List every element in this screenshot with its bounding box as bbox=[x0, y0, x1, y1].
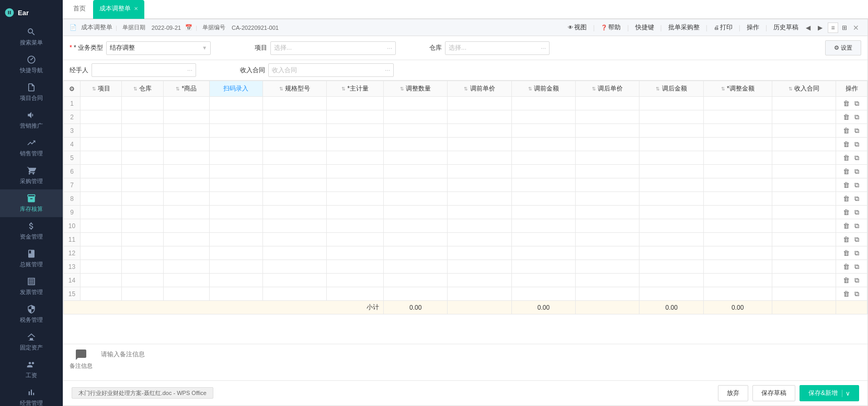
business-type-select[interactable]: 结存调整 ▼ bbox=[106, 41, 211, 55]
row-6-warehouse[interactable] bbox=[122, 165, 163, 178]
row-3-delete-icon[interactable]: 🗑 bbox=[842, 127, 851, 135]
row-13-after-price[interactable] bbox=[576, 260, 639, 274]
row-9-scan[interactable] bbox=[209, 206, 262, 219]
sort-before-price-icon[interactable]: ⇅ bbox=[464, 86, 468, 92]
row-3-warehouse[interactable] bbox=[122, 124, 163, 138]
row-8-delete-icon[interactable]: 🗑 bbox=[842, 195, 851, 203]
sort-adj-amount-icon[interactable]: ⇅ bbox=[721, 86, 725, 92]
row-2-income-contract[interactable] bbox=[772, 110, 836, 124]
save-draft-button[interactable]: 保存草稿 bbox=[752, 385, 795, 401]
row-13-adj-qty[interactable] bbox=[384, 260, 448, 274]
row-9-after-amount[interactable] bbox=[639, 206, 703, 219]
notes-input[interactable] bbox=[99, 348, 861, 360]
sort-spec-icon[interactable]: ⇅ bbox=[279, 86, 283, 92]
row-1-spec[interactable] bbox=[262, 97, 326, 110]
row-9-adj-qty[interactable] bbox=[384, 206, 448, 219]
row-1-adj-amount[interactable] bbox=[703, 97, 772, 110]
row-4-adj-amount[interactable] bbox=[703, 138, 772, 151]
row-5-delete-icon[interactable]: 🗑 bbox=[842, 154, 851, 162]
row-14-before-price[interactable] bbox=[448, 274, 511, 287]
row-7-after-price[interactable] bbox=[576, 178, 639, 192]
batch-adjust-btn[interactable]: 批单采购整 bbox=[666, 22, 702, 33]
sort-product-icon[interactable]: ⇅ bbox=[176, 86, 180, 92]
row-1-project[interactable] bbox=[81, 97, 122, 110]
sidebar-item-finance-mgmt[interactable]: 资金管理 bbox=[0, 217, 63, 245]
row-10-copy-icon[interactable]: ⧉ bbox=[853, 222, 861, 230]
row-6-scan[interactable] bbox=[209, 165, 262, 178]
row-1-adj-qty[interactable] bbox=[384, 97, 448, 110]
row-13-scan[interactable] bbox=[209, 260, 262, 274]
row-10-income-contract[interactable] bbox=[772, 219, 836, 233]
row-12-after-price[interactable] bbox=[576, 246, 639, 260]
sort-warehouse-icon[interactable]: ⇅ bbox=[133, 86, 138, 92]
row-14-after-price[interactable] bbox=[576, 274, 639, 287]
row-10-after-price[interactable] bbox=[576, 219, 639, 233]
sidebar-item-tax-mgmt[interactable]: 税务管理 bbox=[0, 300, 63, 328]
row-1-before-price[interactable] bbox=[448, 97, 511, 110]
row-13-income-contract[interactable] bbox=[772, 260, 836, 274]
row-12-after-amount[interactable] bbox=[639, 246, 703, 260]
row-4-before-price[interactable] bbox=[448, 138, 511, 151]
row-11-project[interactable] bbox=[81, 233, 122, 246]
sidebar-item-sales-mgmt[interactable]: 销售管理 bbox=[0, 134, 63, 162]
row-3-adj-amount[interactable] bbox=[703, 124, 772, 138]
row-6-before-amount[interactable] bbox=[511, 165, 575, 178]
row-12-scan[interactable] bbox=[209, 246, 262, 260]
row-4-scan[interactable] bbox=[209, 138, 262, 151]
save-new-button[interactable]: 保存&新增 ∨ bbox=[800, 385, 859, 401]
row-7-project[interactable] bbox=[81, 178, 122, 192]
row-7-before-price[interactable] bbox=[448, 178, 511, 192]
row-11-after-price[interactable] bbox=[576, 233, 639, 246]
row-14-adj-qty[interactable] bbox=[384, 274, 448, 287]
row-9-spec[interactable] bbox=[262, 206, 326, 219]
row-15-spec[interactable] bbox=[262, 287, 326, 301]
row-5-after-price[interactable] bbox=[576, 151, 639, 165]
row-4-after-price[interactable] bbox=[576, 138, 639, 151]
row-8-scan[interactable] bbox=[209, 192, 262, 206]
sort-before-amount-icon[interactable]: ⇅ bbox=[528, 86, 532, 92]
history-btn[interactable]: 历史草稿 bbox=[771, 22, 801, 33]
row-11-copy-icon[interactable]: ⧉ bbox=[853, 235, 861, 244]
col-settings-icon[interactable]: ⚙ bbox=[69, 85, 75, 93]
row-3-scan[interactable] bbox=[209, 124, 262, 138]
row-5-before-price[interactable] bbox=[448, 151, 511, 165]
row-11-delete-icon[interactable]: 🗑 bbox=[842, 235, 851, 244]
row-13-copy-icon[interactable]: ⧉ bbox=[853, 263, 861, 271]
row-5-after-amount[interactable] bbox=[639, 151, 703, 165]
row-8-income-contract[interactable] bbox=[772, 192, 836, 206]
row-11-unit[interactable] bbox=[326, 233, 383, 246]
row-14-copy-icon[interactable]: ⧉ bbox=[853, 276, 861, 285]
row-1-warehouse[interactable] bbox=[122, 97, 163, 110]
row-5-adj-qty[interactable] bbox=[384, 151, 448, 165]
calendar-icon[interactable]: 📅 bbox=[185, 24, 192, 31]
row-2-adj-qty[interactable] bbox=[384, 110, 448, 124]
row-15-delete-icon[interactable]: 🗑 bbox=[842, 290, 851, 298]
row-5-income-contract[interactable] bbox=[772, 151, 836, 165]
row-6-project[interactable] bbox=[81, 165, 122, 178]
row-9-unit[interactable] bbox=[326, 206, 383, 219]
row-1-before-amount[interactable] bbox=[511, 97, 575, 110]
row-10-scan[interactable] bbox=[209, 219, 262, 233]
income-contract-select[interactable]: 收入合同 ··· bbox=[268, 63, 394, 77]
row-13-warehouse[interactable] bbox=[122, 260, 163, 274]
row-8-project[interactable] bbox=[81, 192, 122, 206]
row-13-spec[interactable] bbox=[262, 260, 326, 274]
next-arrow[interactable]: ▶ bbox=[816, 23, 825, 32]
row-9-after-price[interactable] bbox=[576, 206, 639, 219]
row-8-adj-qty[interactable] bbox=[384, 192, 448, 206]
row-6-product[interactable] bbox=[163, 165, 209, 178]
row-11-income-contract[interactable] bbox=[772, 233, 836, 246]
row-2-adj-amount[interactable] bbox=[703, 110, 772, 124]
row-6-spec[interactable] bbox=[262, 165, 326, 178]
row-2-project[interactable] bbox=[81, 110, 122, 124]
row-3-before-price[interactable] bbox=[448, 124, 511, 138]
row-10-delete-icon[interactable]: 🗑 bbox=[842, 222, 851, 230]
sort-adj-qty-icon[interactable]: ⇅ bbox=[400, 86, 404, 92]
row-7-before-amount[interactable] bbox=[511, 178, 575, 192]
row-9-project[interactable] bbox=[81, 206, 122, 219]
row-3-before-amount[interactable] bbox=[511, 124, 575, 138]
warehouse-select[interactable]: 选择... ··· bbox=[445, 41, 550, 55]
row-10-adj-qty[interactable] bbox=[384, 219, 448, 233]
row-4-income-contract[interactable] bbox=[772, 138, 836, 151]
row-12-project[interactable] bbox=[81, 246, 122, 260]
